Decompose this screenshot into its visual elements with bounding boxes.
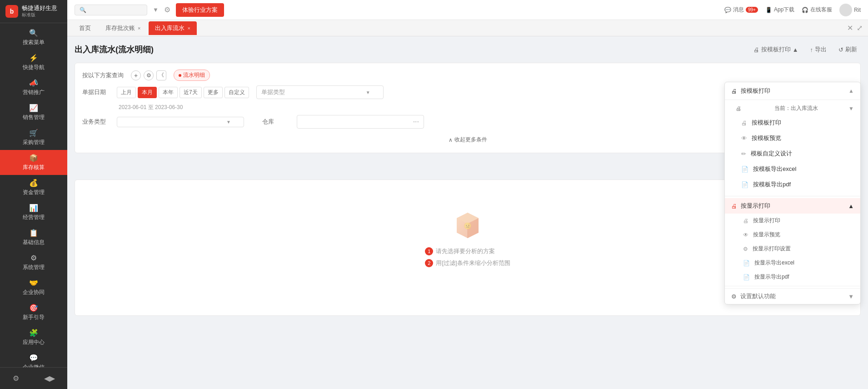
sidebar-item-shortcut[interactable]: ⚡ 快捷导航 bbox=[0, 50, 67, 75]
warehouse-select[interactable]: ··· bbox=[297, 115, 424, 129]
template-preview-icon: 👁 bbox=[741, 135, 747, 142]
content-area: 出入库流水(流水明细) 🖨 按模板打印 ▲ ↑ 导出 ↺ 刷新 bbox=[67, 36, 868, 389]
apps-icon: 🧩 bbox=[29, 329, 38, 337]
user-avatar-area[interactable]: Rit bbox=[839, 4, 861, 16]
display-export-pdf-label: 按显示导出pdf bbox=[754, 273, 789, 281]
business-type-select[interactable]: ▼ bbox=[117, 117, 244, 127]
purchase-icon: 🛒 bbox=[29, 129, 38, 137]
sidebar-collapse-btn[interactable]: ◀▶ bbox=[42, 372, 57, 384]
doc-type-label: 单据类型 bbox=[261, 88, 285, 96]
trial-button[interactable]: 体验行业方案 bbox=[176, 3, 224, 17]
set-default-icon: ⚙ bbox=[731, 293, 737, 300]
tab-maximize-btn[interactable]: ⤢ bbox=[857, 24, 863, 32]
export-icon: ↑ bbox=[810, 46, 813, 53]
tab-home[interactable]: 首页 bbox=[73, 21, 97, 35]
filter-row-1: 按以下方案查询 + ⚙ 《 流水明细 bbox=[82, 70, 853, 81]
display-print-icon: 🖨 bbox=[743, 218, 748, 224]
template-export-excel-item[interactable]: 📄 按模板导出excel bbox=[725, 161, 860, 177]
date-range-display: 2023-06-01 至 2023-06-30 bbox=[119, 104, 183, 110]
tab-batch-account-close[interactable]: × bbox=[138, 25, 140, 31]
tab-flow-label: 出入库流水 bbox=[155, 24, 185, 32]
print-icon: 🖨 bbox=[753, 46, 759, 53]
message-label: 消息 bbox=[733, 6, 744, 14]
empty-state-icon: 😐 bbox=[449, 207, 486, 244]
sidebar-item-system[interactable]: ⚙ 系统管理 bbox=[0, 250, 67, 275]
refresh-button[interactable]: ↺ 刷新 bbox=[835, 44, 861, 55]
template-print-item[interactable]: 🖨 按模板打印 bbox=[725, 115, 860, 130]
tab-batch-account-label: 库存批次账 bbox=[105, 24, 135, 32]
sidebar-item-search[interactable]: 🔍 搜索菜单 bbox=[0, 25, 67, 50]
sidebar-item-marketing[interactable]: 📣 营销推广 bbox=[0, 75, 67, 100]
sidebar-settings-btn[interactable]: ⚙ bbox=[11, 372, 21, 384]
warehouse-filter-label: 仓库 bbox=[262, 118, 289, 126]
template-preview-item[interactable]: 👁 按模板预览 bbox=[725, 130, 860, 146]
service-label: 在线客服 bbox=[810, 6, 832, 14]
date-btn-last-month[interactable]: 上月 bbox=[117, 87, 136, 98]
sidebar-item-sales[interactable]: 📈 销售管理 bbox=[0, 100, 67, 125]
date-btn-this-month[interactable]: 本月 bbox=[138, 87, 157, 98]
display-preview-item[interactable]: 👁 按显示预览 bbox=[725, 228, 860, 242]
tab-close-panel-btn[interactable]: ✕ bbox=[847, 24, 853, 32]
operations-icon: 📊 bbox=[29, 204, 38, 212]
finance-icon: 💰 bbox=[29, 179, 38, 187]
sidebar-item-finance[interactable]: 💰 资金管理 bbox=[0, 175, 67, 200]
sidebar-item-purchase[interactable]: 🛒 采购管理 bbox=[0, 125, 67, 150]
print-template-button[interactable]: 🖨 按模板打印 ▲ bbox=[750, 44, 802, 55]
date-btn-last7days[interactable]: 近7天 bbox=[180, 87, 202, 98]
app-download-button[interactable]: 📱 App下载 bbox=[765, 6, 794, 14]
set-default-footer[interactable]: ⚙ 设置默认功能 ▼ bbox=[725, 288, 860, 304]
export-button[interactable]: ↑ 导出 bbox=[807, 44, 831, 55]
header-search-box[interactable]: 🔍 bbox=[75, 5, 147, 15]
date-btn-more[interactable]: 更多 bbox=[204, 87, 223, 98]
warehouse-more-icon[interactable]: ··· bbox=[413, 118, 419, 126]
sidebar-item-apps[interactable]: 🧩 应用中心 bbox=[0, 325, 67, 350]
template-print-label: 按模板打印 bbox=[752, 119, 781, 127]
sidebar: b 畅捷通好生意 标准版 🔍 搜索菜单 ⚡ 快捷导航 📣 营销推广 📈 销售管理… bbox=[0, 0, 67, 389]
sidebar-item-basics[interactable]: 📋 基础信息 bbox=[0, 225, 67, 250]
dropdown-chevron-up[interactable]: ▲ bbox=[848, 88, 854, 94]
sidebar-item-purchase-label: 采购管理 bbox=[23, 139, 45, 146]
filter-type-tag[interactable]: 流水明细 bbox=[174, 70, 210, 81]
display-print-settings-item[interactable]: ⚙ 按显示打印设置 bbox=[725, 242, 860, 256]
filter-settings-button[interactable]: ⚙ bbox=[144, 70, 154, 80]
sidebar-item-basics-label: 基础信息 bbox=[23, 239, 45, 246]
display-print-label: 按显示打印 bbox=[753, 217, 780, 224]
filter-collapse-button[interactable]: 《 bbox=[156, 70, 166, 80]
sidebar-item-search-label: 搜索菜单 bbox=[23, 39, 45, 46]
sidebar-item-inventory[interactable]: 📦 库存核算 bbox=[0, 150, 67, 175]
tab-flow-close[interactable]: × bbox=[187, 25, 190, 31]
template-custom-item[interactable]: ✏ 模板自定义设计 bbox=[725, 146, 860, 161]
tab-batch-account[interactable]: 库存批次账 × bbox=[99, 21, 147, 35]
sidebar-footer: ⚙ ◀▶ bbox=[0, 367, 67, 389]
template-export-pdf-item[interactable]: 📄 按模板导出pdf bbox=[725, 177, 860, 192]
tab-flow[interactable]: 出入库流水 × bbox=[149, 21, 196, 35]
display-export-pdf-item[interactable]: 📄 按显示导出pdf bbox=[725, 270, 860, 284]
header-search-icon: 🔍 bbox=[80, 7, 86, 13]
marketing-icon: 📣 bbox=[29, 79, 38, 87]
doc-type-select[interactable]: 单据类型 ▼ bbox=[256, 85, 384, 99]
print-dropdown-panel: 🖨 按模板打印 ▲ 🖨 当前：出入库流水 ▼ 🖨 按模板打印 👁 按模板预览 bbox=[724, 82, 861, 304]
display-print-header[interactable]: 🖨 按显示打印 ▲ bbox=[725, 198, 860, 214]
sidebar-item-weixin[interactable]: 💬 企业微信 bbox=[0, 350, 67, 367]
date-filter-label: 单据日期 bbox=[82, 88, 110, 96]
sidebar-item-collab[interactable]: 🤝 企业协同 bbox=[0, 275, 67, 300]
filter-add-button[interactable]: + bbox=[131, 70, 141, 80]
date-btn-custom[interactable]: 自定义 bbox=[224, 87, 249, 98]
date-btn-this-year[interactable]: 本年 bbox=[159, 87, 178, 98]
online-service-button[interactable]: 🎧 在线客服 bbox=[802, 6, 832, 14]
header-settings-icon[interactable]: ⚙ bbox=[164, 5, 170, 14]
display-print-chevron: ▲ bbox=[848, 203, 854, 209]
filter-tag-dot bbox=[179, 74, 181, 77]
dropdown-divider-2 bbox=[725, 286, 860, 286]
sidebar-item-guide[interactable]: 🎯 新手引导 bbox=[0, 300, 67, 325]
top-header: 🔍 ▼ ⚙ 体验行业方案 💬 消息 99+ 📱 App下载 🎧 在线客服 Rit bbox=[67, 0, 868, 20]
dropdown-current-item[interactable]: 🖨 当前：出入库流水 ▼ bbox=[725, 102, 860, 115]
page-actions: 🖨 按模板打印 ▲ ↑ 导出 ↺ 刷新 bbox=[750, 44, 861, 55]
display-export-excel-item[interactable]: 📄 按显示导出excel bbox=[725, 256, 860, 270]
sidebar-item-operations[interactable]: 📊 经营管理 bbox=[0, 200, 67, 225]
display-preview-icon: 👁 bbox=[743, 232, 748, 238]
collab-icon: 🤝 bbox=[29, 279, 38, 287]
display-print-item[interactable]: 🖨 按显示打印 bbox=[725, 214, 860, 228]
header-dropdown-icon[interactable]: ▼ bbox=[153, 6, 159, 13]
message-button[interactable]: 💬 消息 99+ bbox=[724, 6, 758, 14]
